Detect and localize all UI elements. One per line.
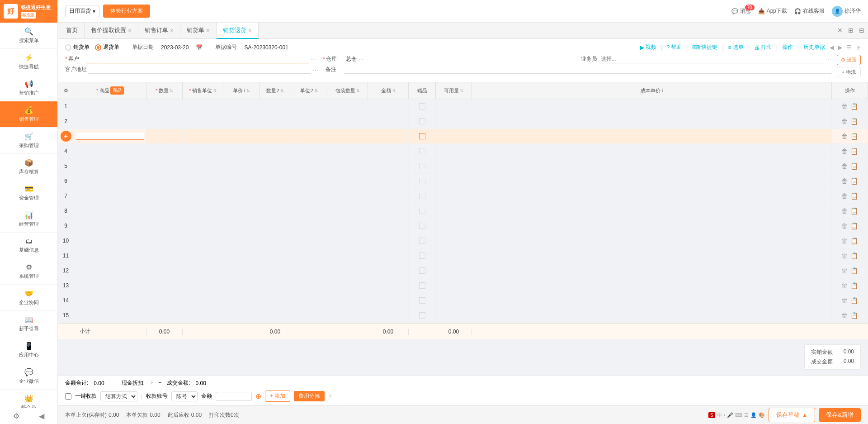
row-gift-8[interactable] <box>409 204 436 218</box>
save-draft-button[interactable]: 保存草稿 ▲ <box>769 408 815 422</box>
delete-icon-9[interactable]: 🗑 <box>841 222 848 229</box>
row-unit2-7[interactable] <box>291 189 327 203</box>
delete-row-icon-1[interactable]: 🗑 <box>841 103 848 110</box>
copy-icon-6[interactable]: 📋 <box>850 177 858 185</box>
row-qty-6[interactable] <box>146 174 183 188</box>
chinese-icon[interactable]: 中 <box>717 412 722 419</box>
row-pack-5[interactable] <box>327 159 368 173</box>
row-unit-6[interactable] <box>183 174 223 188</box>
gift-checkbox-6[interactable] <box>419 178 425 184</box>
copy-icon-12[interactable]: 📋 <box>850 267 858 274</box>
delete-icon-8[interactable]: 🗑 <box>841 207 848 214</box>
sidebar-item-sales[interactable]: 💰 销售管理 <box>0 101 57 128</box>
discount-info-icon[interactable]: ? <box>150 381 153 386</box>
tab-sales[interactable]: 销货单 ✕ <box>180 22 217 38</box>
sidebar-item-apps[interactable]: 📱 应用中心 <box>0 337 57 363</box>
keyboard-input-icon[interactable]: ⌨ <box>735 412 742 418</box>
row-qty-14[interactable] <box>146 293 183 308</box>
row-price-15[interactable] <box>223 308 259 323</box>
row-unit2-2[interactable] <box>291 114 327 129</box>
row-qty2-1[interactable] <box>259 99 291 114</box>
row-price-11[interactable] <box>223 248 259 263</box>
close-tab-button[interactable]: ✕ <box>835 26 844 35</box>
row-pack-2[interactable] <box>327 114 368 129</box>
tab-close-price-extract[interactable]: ✕ <box>128 28 132 33</box>
row-qty-12[interactable] <box>146 263 183 278</box>
row-qty-1[interactable] <box>146 99 183 114</box>
sidebar-item-guide[interactable]: 📖 新手引导 <box>0 311 57 337</box>
row-amount-11[interactable] <box>368 248 409 263</box>
row-qty2-11[interactable] <box>259 248 291 263</box>
row-cost-5[interactable] <box>472 159 832 173</box>
tool-help[interactable]: ? 帮助 <box>667 43 682 51</box>
payment-method-select[interactable]: 结算方式 <box>100 391 137 401</box>
settings-button[interactable]: ⚙ 设置 <box>837 55 861 65</box>
row-avail-7[interactable] <box>436 189 472 203</box>
tool-operation[interactable]: 操作 <box>782 43 793 51</box>
row-goods-11[interactable] <box>74 248 146 263</box>
qty2-sort-icon[interactable]: ⇅ <box>280 88 284 93</box>
row-unit2-5[interactable] <box>291 159 327 173</box>
copy-icon-9[interactable]: 📋 <box>850 222 858 229</box>
delete-icon-13[interactable]: 🗑 <box>841 282 848 289</box>
row-price-13[interactable] <box>223 278 259 293</box>
gift-checkbox-4[interactable] <box>419 148 425 154</box>
gift-checkbox-3[interactable] <box>419 133 425 139</box>
radio-sales[interactable]: 销货单 <box>65 43 90 51</box>
tool-print[interactable]: 🖨 打印 <box>754 43 772 51</box>
row-pack-11[interactable] <box>327 248 368 263</box>
unit2-sort-icon[interactable]: ⇅ <box>314 88 318 93</box>
row-cost-2[interactable] <box>472 114 832 129</box>
sidebar-item-quicknav[interactable]: ⚡ 快捷导航 <box>0 49 57 75</box>
row-price-14[interactable] <box>223 293 259 308</box>
row-unit2-4[interactable] <box>291 144 327 158</box>
mic-icon[interactable]: 🎤 <box>727 412 733 418</box>
add-row-button[interactable]: + <box>61 131 71 142</box>
gift-checkbox-8[interactable] <box>419 208 425 214</box>
row-goods-2[interactable] <box>74 114 146 129</box>
row-unit-5[interactable] <box>183 159 223 173</box>
grid-view-button[interactable]: ⊞ <box>846 26 855 35</box>
row-qty2-7[interactable] <box>259 189 291 203</box>
row-amount-3[interactable] <box>368 129 409 143</box>
row-qty2-9[interactable] <box>259 219 291 233</box>
copy-icon-11[interactable]: 📋 <box>850 252 858 259</box>
row-avail-10[interactable] <box>436 233 472 248</box>
amount-sort-icon[interactable]: ⇅ <box>392 88 396 93</box>
tab-close-sales-order[interactable]: ✕ <box>170 28 174 33</box>
row-avail-1[interactable] <box>436 99 472 114</box>
gift-checkbox-1[interactable] <box>419 103 425 110</box>
row-cost-13[interactable] <box>472 278 832 293</box>
row-goods-10[interactable] <box>74 233 146 248</box>
goods-input-3[interactable] <box>76 133 144 140</box>
row-goods-13[interactable] <box>74 278 146 293</box>
row-goods-14[interactable] <box>74 293 146 308</box>
row-unit-7[interactable] <box>183 189 223 203</box>
row-qty-13[interactable] <box>146 278 183 293</box>
row-cost-10[interactable] <box>472 233 832 248</box>
row-pack-7[interactable] <box>327 189 368 203</box>
row-avail-8[interactable] <box>436 204 472 218</box>
sidebar-item-finance[interactable]: 💳 资金管理 <box>0 180 57 206</box>
tab-sales-order[interactable]: 销售订单 ✕ <box>138 22 180 38</box>
scan-button[interactable]: 商品 <box>110 86 124 95</box>
copy-icon-15[interactable]: 📋 <box>850 312 858 319</box>
row-gift-6[interactable] <box>409 174 436 188</box>
row-unit-10[interactable] <box>183 233 223 248</box>
row-qty-2[interactable] <box>146 114 183 129</box>
row-cost-1[interactable] <box>472 99 832 114</box>
delete-icon-12[interactable]: 🗑 <box>841 267 848 274</box>
row-cost-7[interactable] <box>472 189 832 203</box>
address-dots[interactable]: ··· <box>313 66 318 73</box>
row-unit2-8[interactable] <box>291 204 327 218</box>
row-cost-6[interactable] <box>472 174 832 188</box>
row-cost-3[interactable] <box>472 129 832 143</box>
row-cost-12[interactable] <box>472 263 832 278</box>
delete-icon-11[interactable]: 🗑 <box>841 252 848 259</box>
view-toggle-grid[interactable]: ⊞ <box>856 44 861 51</box>
row-pack-4[interactable] <box>327 144 368 158</box>
radio-return[interactable]: 退货单 <box>95 43 119 51</box>
row-amount-1[interactable] <box>368 99 409 114</box>
row-qty2-2[interactable] <box>259 114 291 129</box>
row-qty-9[interactable] <box>146 219 183 233</box>
